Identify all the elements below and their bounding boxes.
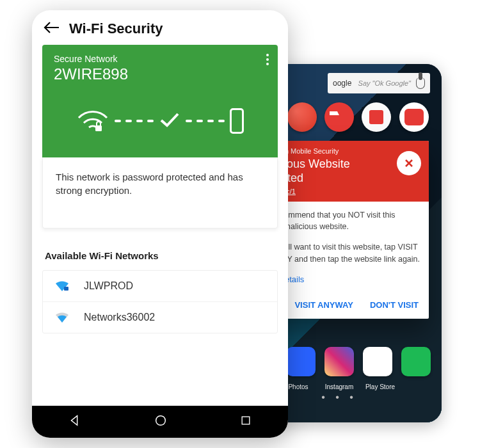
dock-app-icon[interactable] bbox=[286, 347, 316, 376]
content-scroll[interactable]: Secure Network 2WIRE898 bbox=[32, 45, 288, 406]
search-brand-fragment: oogle bbox=[333, 79, 353, 88]
wifi-name: JLWPROD bbox=[84, 280, 133, 292]
foreground-phone: Wi-Fi Security Secure Network 2WIRE898 bbox=[32, 10, 288, 438]
page-title: Wi-Fi Security bbox=[69, 20, 163, 37]
visit-anyway-button[interactable]: VISIT ANYWAY bbox=[294, 300, 353, 310]
dashes-icon bbox=[186, 120, 225, 122]
back-arrow-icon[interactable] bbox=[44, 21, 60, 36]
google-search-bar[interactable]: oogle Say "Ok Google" bbox=[328, 73, 430, 93]
dock-label: Instagram bbox=[321, 383, 357, 390]
dont-visit-button[interactable]: DON'T VISIT bbox=[370, 300, 419, 310]
svg-rect-1 bbox=[64, 287, 68, 291]
svg-rect-0 bbox=[95, 125, 102, 131]
android-nav-bar bbox=[32, 406, 288, 438]
network-status-label: Secure Network bbox=[54, 54, 266, 64]
close-icon[interactable] bbox=[397, 151, 421, 175]
wifi-row[interactable]: Networks36002 bbox=[43, 302, 277, 333]
app-icon[interactable] bbox=[324, 102, 354, 132]
dock-label: Play Store bbox=[362, 383, 398, 390]
dashes-icon bbox=[115, 120, 154, 122]
network-ssid: 2WIRE898 bbox=[54, 65, 266, 83]
phone-icon bbox=[230, 108, 244, 134]
wifi-name: Networks36002 bbox=[84, 312, 155, 323]
wifi-icon bbox=[54, 311, 70, 324]
dock-app-icon[interactable] bbox=[324, 347, 354, 376]
app-header: Wi-Fi Security bbox=[32, 10, 288, 45]
overflow-menu-icon[interactable] bbox=[266, 54, 269, 65]
connection-graphic bbox=[54, 99, 266, 143]
secure-network-card: Secure Network 2WIRE898 bbox=[42, 45, 278, 157]
mic-icon[interactable] bbox=[416, 77, 425, 89]
svg-rect-3 bbox=[242, 417, 250, 424]
wifi-row[interactable]: JLWPROD bbox=[43, 271, 277, 302]
network-message: This network is password protected and h… bbox=[56, 170, 264, 197]
app-icon[interactable] bbox=[287, 102, 317, 132]
dock-app-icon[interactable] bbox=[363, 347, 392, 376]
dock-app-icon[interactable] bbox=[401, 347, 431, 376]
wifi-icon bbox=[54, 280, 70, 292]
nav-home-icon[interactable] bbox=[154, 413, 168, 430]
search-hint: Say "Ok Google" bbox=[358, 79, 411, 87]
nav-recent-icon[interactable] bbox=[239, 414, 252, 429]
available-networks-label: Available Wi-Fi Networks bbox=[45, 250, 275, 261]
dock-label bbox=[403, 383, 439, 390]
check-icon bbox=[159, 110, 180, 132]
network-message-card: This network is password protected and h… bbox=[42, 157, 278, 228]
nav-back-icon[interactable] bbox=[68, 413, 82, 430]
app-icon[interactable] bbox=[399, 102, 429, 132]
wifi-list: JLWPROD Networks36002 bbox=[42, 270, 278, 333]
app-icon[interactable] bbox=[362, 102, 391, 132]
wifi-lock-icon bbox=[76, 106, 109, 136]
svg-point-2 bbox=[156, 416, 166, 426]
